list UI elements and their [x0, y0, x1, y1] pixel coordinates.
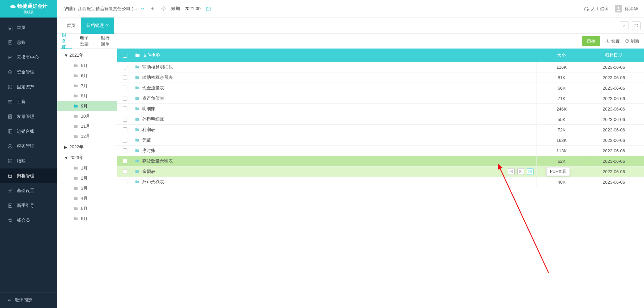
table-row[interactable]: 资产负债表71K2023-06-06 — [117, 93, 644, 104]
tree-month[interactable]: 8月 — [57, 91, 117, 101]
sidebar-item-settings[interactable]: 基础设置 — [0, 183, 57, 198]
subtab-2[interactable]: 银行回单 — [96, 34, 117, 48]
close-tab-button[interactable] — [620, 21, 628, 30]
sidebar-item-vip[interactable]: 畅会员 — [0, 213, 57, 228]
tree-month[interactable]: 4月 — [57, 193, 117, 204]
sidebar-item-label: 工资 — [17, 99, 26, 105]
row-checkbox[interactable] — [123, 180, 127, 184]
download-pdf-button[interactable] — [517, 168, 524, 175]
file-name: 辅助核算明细账 — [142, 64, 173, 70]
headset-icon — [584, 6, 589, 11]
row-checkbox[interactable] — [123, 86, 127, 90]
archive-button[interactable]: 归档 — [582, 36, 600, 46]
tree-month[interactable]: 5月 — [57, 61, 117, 71]
sidebar-item-tax[interactable]: 税务管理 — [0, 139, 57, 154]
file-name: 资产负债表 — [142, 95, 164, 101]
tree-month[interactable]: 9月 — [57, 101, 117, 111]
subtab-0[interactable]: 财务账 — [57, 34, 75, 48]
table-row[interactable]: 外币余额表48K2023-06-06 — [117, 177, 644, 187]
sidebar-item-label: 进销台账 — [17, 128, 34, 134]
file-date: 2023-06-06 — [587, 104, 644, 114]
folder-icon — [135, 53, 140, 58]
sidebar-item-chart[interactable]: 云报表中心 — [0, 50, 57, 65]
tree-month[interactable]: 10月 — [57, 111, 117, 121]
tree-year[interactable]: ▼2023年 — [57, 152, 117, 163]
table-row[interactable]: 凭证163K2023-06-06 — [117, 135, 644, 146]
row-checkbox[interactable] — [123, 138, 127, 143]
table-row[interactable]: 辅助核算明细账116K2023-06-06 — [117, 62, 644, 72]
sidebar-item-label: 固定资产 — [17, 84, 34, 90]
close-icon[interactable]: ✕ — [106, 23, 109, 28]
sidebar-item-salary[interactable]: 工资 — [0, 94, 57, 109]
company-settings-button[interactable] — [160, 6, 166, 12]
sidebar-item-stock[interactable]: 进销台账 — [0, 124, 57, 139]
table-row[interactable]: 余额表PDF查看3K2023-06-06 — [117, 166, 644, 177]
folder-icon — [135, 169, 140, 174]
tree-month[interactable]: 12月 — [57, 131, 117, 142]
tree-month[interactable]: 7月 — [57, 81, 117, 91]
add-company-button[interactable] — [150, 6, 156, 12]
row-checkbox[interactable] — [123, 117, 127, 122]
period-label: 账期 — [171, 6, 180, 12]
svg-rect-2 — [8, 85, 12, 89]
file-name: 外币余额表 — [142, 179, 164, 185]
tree-month-label: 7月 — [81, 83, 88, 89]
tab-0[interactable]: 首页 — [61, 18, 81, 34]
table-row[interactable]: 存货数量余额表62K2023-06-06 — [117, 156, 644, 166]
company-selector[interactable]: (勿删) 江西服宝精品有限责任公司 (… — [63, 6, 145, 12]
row-checkbox[interactable] — [123, 159, 127, 163]
tree-month[interactable]: 1月 — [57, 163, 117, 173]
tax-icon — [7, 144, 13, 149]
tab-1[interactable]: 归档管理✕ — [81, 18, 114, 34]
table-row[interactable]: 外币明细账55K2023-06-06 — [117, 114, 644, 125]
user-menu[interactable]: 徐泽华 — [615, 5, 638, 12]
sidebar-item-asset[interactable]: 固定资产 — [0, 80, 57, 94]
row-checkbox[interactable] — [123, 148, 127, 153]
tree-month-label: 12月 — [81, 133, 90, 140]
table-row[interactable]: 现金流量表66K2023-06-06 — [117, 83, 644, 93]
subtab-1[interactable]: 电子发票 — [75, 34, 96, 48]
table-row[interactable]: 明细账246K2023-06-06 — [117, 104, 644, 114]
row-checkbox[interactable] — [123, 106, 127, 111]
folder-icon — [73, 114, 78, 119]
select-all-checkbox[interactable] — [123, 53, 127, 58]
sidebar-unpin[interactable]: 取消固定 — [0, 292, 57, 308]
period-value[interactable]: 2021-09 — [185, 6, 201, 11]
row-checkbox[interactable] — [123, 169, 127, 174]
settings-button[interactable]: 设置 — [605, 38, 620, 44]
sidebar-item-ledger[interactable]: 总账 — [0, 35, 57, 50]
tree-month[interactable]: 2月 — [57, 173, 117, 183]
refresh-button[interactable]: 刷新 — [624, 38, 639, 44]
fullscreen-button[interactable] — [632, 21, 641, 30]
sidebar-item-guide[interactable]: 新手引导 — [0, 198, 57, 213]
tree-month[interactable]: 6月 — [57, 71, 117, 81]
svg-point-10 — [9, 190, 11, 191]
table-row[interactable]: 序时账113K2023-06-06 — [117, 146, 644, 156]
calendar-icon[interactable] — [205, 6, 211, 12]
folder-icon — [73, 176, 78, 181]
sidebar-item-wallet[interactable]: 资金管理 — [0, 65, 57, 80]
row-checkbox[interactable] — [123, 65, 127, 69]
tree-month[interactable]: 11月 — [57, 121, 117, 131]
tree-year[interactable]: ▶2022年 — [57, 142, 117, 152]
row-checkbox[interactable] — [123, 127, 127, 132]
sidebar-item-close[interactable]: 结账 — [0, 154, 57, 168]
row-checkbox[interactable] — [123, 96, 127, 101]
file-table: 文件名称 大小 归档日期 辅助核算明细账116K2023-06-06辅助核算余额… — [117, 49, 644, 308]
sidebar-item-invoice[interactable]: 发票管理 — [0, 109, 57, 124]
table-row[interactable]: 辅助核算余额表81K2023-06-06 — [117, 72, 644, 83]
table-row[interactable]: 利润表72K2023-06-06 — [117, 125, 644, 135]
tree-month[interactable]: 6月 — [57, 214, 117, 224]
tree-year[interactable]: ▼2021年 — [57, 50, 117, 61]
row-checkbox[interactable] — [123, 75, 127, 80]
sidebar-item-home[interactable]: 首页 — [0, 20, 57, 35]
consult-button[interactable]: 人工咨询 — [584, 6, 609, 12]
tree-month[interactable]: 3月 — [57, 183, 117, 193]
tree-month[interactable]: 5月 — [57, 204, 117, 214]
folder-icon — [135, 86, 140, 90]
svg-rect-0 — [8, 41, 12, 44]
download-excel-button[interactable] — [508, 168, 515, 175]
sidebar-item-archive[interactable]: 归档管理 — [0, 168, 57, 183]
folder-icon — [73, 186, 78, 191]
view-pdf-button[interactable] — [527, 168, 533, 175]
